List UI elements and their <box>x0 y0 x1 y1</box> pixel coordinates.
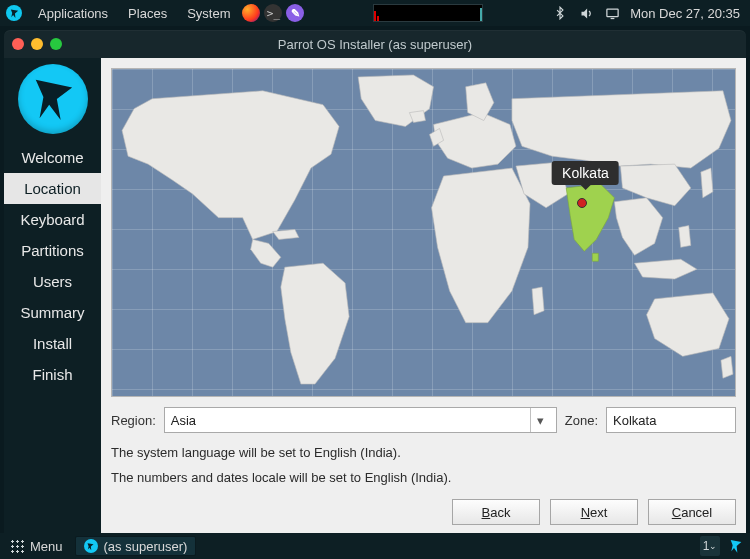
parrot-logo-icon[interactable] <box>6 5 22 21</box>
zone-label: Zone: <box>565 413 598 428</box>
region-value: Asia <box>171 413 196 428</box>
svg-rect-0 <box>607 9 618 17</box>
sidebar-step-users[interactable]: Users <box>4 266 101 297</box>
sidebar-step-finish[interactable]: Finish <box>4 359 101 390</box>
installer-main: Kolkata Region: Asia ▾ Zone: Kolkata ▾ T… <box>101 58 746 533</box>
menubar-places[interactable]: Places <box>120 6 175 21</box>
show-desktop-icon[interactable] <box>726 536 746 556</box>
chevron-down-icon: ▾ <box>530 408 550 432</box>
desktop-menubar: Applications Places System >_ ✎ Mon Dec … <box>0 0 750 26</box>
bluetooth-icon[interactable] <box>552 5 568 21</box>
sidebar-step-welcome[interactable]: Welcome <box>4 142 101 173</box>
window-title: Parrot OS Installer (as superuser) <box>4 37 746 52</box>
menubar-applications[interactable]: Applications <box>30 6 116 21</box>
window-maximize-button[interactable] <box>50 38 62 50</box>
installer-sidebar: Welcome Location Keyboard Partitions Use… <box>4 58 101 533</box>
keyboard-layout-icon[interactable]: 1⌄ <box>700 536 720 556</box>
taskbar-task-installer[interactable]: (as superuser) <box>75 536 197 556</box>
window-close-button[interactable] <box>12 38 24 50</box>
menubar-spacer <box>308 4 548 22</box>
desktop-taskbar: Menu (as superuser) 1⌄ <box>0 533 750 559</box>
system-monitor-icon[interactable] <box>373 4 483 22</box>
sidebar-step-install[interactable]: Install <box>4 328 101 359</box>
back-button[interactable]: Back <box>452 499 540 525</box>
sidebar-step-keyboard[interactable]: Keyboard <box>4 204 101 235</box>
display-icon[interactable] <box>604 5 620 21</box>
locale-info: The numbers and dates locale will be set… <box>111 470 736 485</box>
terminal-icon[interactable]: >_ <box>264 4 282 22</box>
zone-select[interactable]: Kolkata ▾ <box>606 407 736 433</box>
installer-window: Parrot OS Installer (as superuser) Welco… <box>4 30 746 533</box>
taskbar-menu-button[interactable]: Menu <box>4 539 69 554</box>
taskbar-task-label: (as superuser) <box>104 539 188 554</box>
volume-icon[interactable] <box>578 5 594 21</box>
cancel-button[interactable]: Cancel <box>648 499 736 525</box>
system-tray: Mon Dec 27, 20:35 <box>552 5 744 21</box>
window-controls <box>12 38 62 50</box>
taskbar-menu-label: Menu <box>30 539 63 554</box>
notes-icon[interactable]: ✎ <box>286 4 304 22</box>
sidebar-step-location[interactable]: Location <box>4 173 101 204</box>
map-pin-icon <box>577 198 587 208</box>
clock-label[interactable]: Mon Dec 27, 20:35 <box>630 6 740 21</box>
window-minimize-button[interactable] <box>31 38 43 50</box>
zone-value: Kolkata <box>613 413 656 428</box>
apps-grid-icon <box>10 539 24 553</box>
region-label: Region: <box>111 413 156 428</box>
map-pin-label: Kolkata <box>552 161 619 185</box>
region-select[interactable]: Asia ▾ <box>164 407 557 433</box>
language-info: The system language will be set to Engli… <box>111 445 736 460</box>
sidebar-step-partitions[interactable]: Partitions <box>4 235 101 266</box>
world-map-svg <box>112 69 735 396</box>
firefox-icon[interactable] <box>242 4 260 22</box>
region-zone-row: Region: Asia ▾ Zone: Kolkata ▾ <box>111 407 736 433</box>
sidebar-step-summary[interactable]: Summary <box>4 297 101 328</box>
menubar-system[interactable]: System <box>179 6 238 21</box>
nav-buttons: Back Next Cancel <box>111 499 736 525</box>
parrot-logo-large-icon <box>18 64 88 134</box>
parrot-mini-icon <box>84 539 98 553</box>
next-button[interactable]: Next <box>550 499 638 525</box>
timezone-map[interactable]: Kolkata <box>111 68 736 397</box>
window-titlebar[interactable]: Parrot OS Installer (as superuser) <box>4 30 746 58</box>
